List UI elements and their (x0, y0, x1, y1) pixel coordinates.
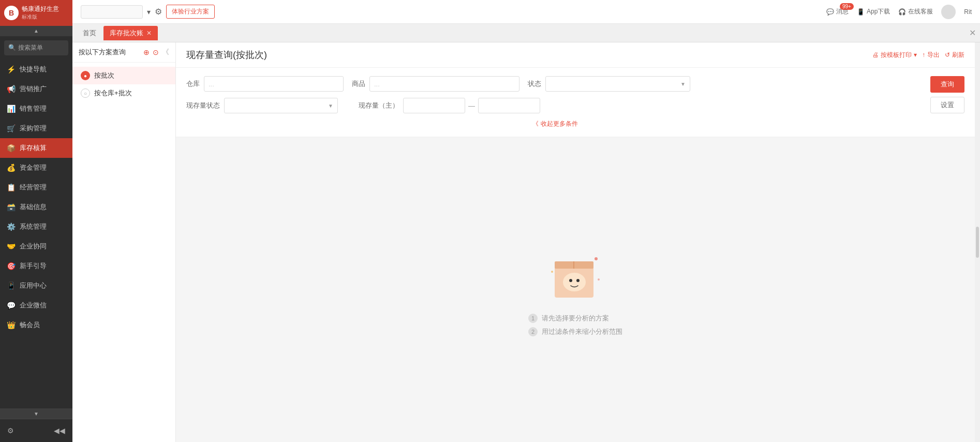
print-button[interactable]: 🖨 按模板打印 ▾ (872, 51, 917, 60)
message-icon: 💬 (826, 8, 834, 16)
export-icon: ↑ (922, 51, 925, 58)
sidebar-item-sales[interactable]: 📊 销售管理 (0, 99, 72, 119)
left-panel-header: 按以下方案查询 ⊕ ⊙ 《 (72, 42, 175, 63)
svg-point-8 (598, 278, 600, 281)
sidebar-item-marketing[interactable]: 📢 营销推广 (0, 79, 72, 99)
set-button[interactable]: 设置 (930, 97, 964, 113)
warehouse-input[interactable]: ... (204, 76, 344, 92)
stock-qty-min-input[interactable] (403, 98, 465, 113)
svg-point-6 (595, 257, 598, 260)
sidebar-item-label: 经营管理 (20, 183, 47, 192)
app-logo: B (4, 6, 19, 20)
export-button[interactable]: ↑ 导出 (922, 51, 940, 60)
add-scheme-button[interactable]: ⊕ (143, 48, 150, 56)
warehouse-filter: 仓库 ... (186, 76, 344, 92)
sidebar-item-operations[interactable]: 📋 经营管理 (0, 178, 72, 197)
tab-home[interactable]: 首页 (77, 26, 102, 40)
query-button[interactable]: 查询 (930, 76, 964, 93)
sidebar-nav: ⚡ 快捷导航 📢 营销推广 📊 销售管理 🛒 采购管理 📦 库存核算 💰 资金管… (0, 60, 72, 408)
sidebar-item-appstore[interactable]: 📱 应用中心 (0, 276, 72, 296)
filter-row-1: 仓库 ... 商品 ... (186, 76, 924, 92)
user-avatar[interactable] (941, 5, 956, 19)
message-badge: 99+ (840, 3, 854, 10)
panel-close-button[interactable]: ✕ (969, 28, 976, 38)
sidebar-item-label: 系统管理 (20, 222, 47, 231)
sidebar-item-purchase[interactable]: 🛒 采购管理 (0, 119, 72, 138)
sidebar-item-label: 新手引导 (20, 261, 47, 271)
search-menu-button[interactable]: 🔍 搜索菜单 (4, 40, 68, 55)
collapse-sidebar-button[interactable]: ◀◀ (52, 424, 67, 437)
scrollbar-thumb (976, 227, 979, 258)
topbar-dropdown-button[interactable]: ▾ (147, 8, 151, 16)
step-2-num: 2 (528, 327, 538, 336)
action-buttons: 查询 设置 (930, 76, 964, 113)
stock-qty-max-input[interactable] (478, 98, 540, 113)
tab-batch[interactable]: 库存批次账 ✕ (103, 26, 158, 40)
service-label: 在线客服 (908, 7, 933, 16)
settings-button[interactable]: ⚙ (5, 424, 16, 437)
step-1-num: 1 (528, 314, 538, 323)
collapse-left-button[interactable]: 《 (162, 48, 169, 57)
status-dropdown[interactable]: ▼ (545, 76, 690, 92)
username-label[interactable]: Rit (964, 8, 972, 16)
operations-icon: 📋 (6, 183, 16, 192)
collapse-more-button[interactable]: 《 收起更多条件 (532, 120, 578, 128)
stock-status-select[interactable]: ▼ (224, 98, 338, 113)
stock-status-chevron-icon: ▼ (328, 103, 333, 109)
topbar-search-input[interactable] (81, 5, 143, 19)
left-panel-title: 按以下方案查询 (79, 48, 126, 57)
scheme-settings-button[interactable]: ⊙ (153, 48, 159, 56)
sidebar: B 畅康通好生意 标准版 ▲ 🔍 搜索菜单 ⚡ 快捷导航 📢 营销推广 📊 销售… (0, 0, 72, 442)
warehouse-label: 仓库 (186, 79, 200, 89)
app-download-button[interactable]: 📱 App下载 (857, 7, 890, 16)
message-button[interactable]: 💬 消息 99+ (826, 7, 849, 16)
sidebar-item-quick[interactable]: ⚡ 快捷导航 (0, 60, 72, 79)
topbar-right: 💬 消息 99+ 📱 App下载 🎧 在线客服 Rit (826, 5, 972, 19)
empty-text: 1 请先选择要分析的方案 2 用过滤条件来缩小分析范围 (528, 314, 622, 336)
topbar-gear-button[interactable]: ⚙ (155, 7, 162, 17)
print-dropdown-icon: ▾ (914, 51, 917, 58)
sidebar-item-inventory[interactable]: 📦 库存核算 (0, 138, 72, 158)
product-filter: 商品 ... (352, 76, 519, 92)
product-input[interactable]: ... (369, 76, 519, 92)
stock-qty-filter: 现存量（主） — (359, 98, 540, 113)
enterprise-icon: 🤝 (6, 242, 16, 251)
scheme-item-batch[interactable]: ● 按批次 (72, 67, 175, 84)
experience-button[interactable]: 体验行业方案 (166, 5, 215, 19)
sidebar-item-enterprise[interactable]: 🤝 企业协同 (0, 237, 72, 256)
appstore-icon: 📱 (6, 281, 16, 290)
sidebar-item-label: 应用中心 (20, 281, 47, 290)
sidebar-item-newbie[interactable]: 🎯 新手引导 (0, 256, 72, 276)
quick-icon: ⚡ (6, 65, 16, 74)
scheme-item-warehouse-batch[interactable]: ○ 按仓库+批次 (72, 84, 175, 102)
sidebar-item-finance[interactable]: 💰 资金管理 (0, 158, 72, 178)
scroll-down[interactable]: ▼ (0, 408, 72, 419)
content-area: 按以下方案查询 ⊕ ⊙ 《 ● 按批次 ○ 按仓库+批次 (72, 42, 980, 442)
product-label: 商品 (352, 79, 365, 89)
empty-step-2: 2 用过滤条件来缩小分析范围 (528, 327, 622, 336)
sidebar-item-member[interactable]: 👑 畅会员 (0, 315, 72, 335)
right-panel: 现存量查询(按批次) 🖨 按模板打印 ▾ ↑ 导出 ↺ 刷新 (176, 42, 975, 442)
stock-qty-range: — (403, 98, 540, 113)
chevron-up-icon: 《 (532, 120, 539, 128)
refresh-button[interactable]: ↺ 刷新 (945, 51, 964, 60)
newbie-icon: 🎯 (6, 261, 16, 271)
main-area: ▾ ⚙ 体验行业方案 💬 消息 99+ 📱 App下载 🎧 在线客服 Rit (72, 0, 980, 442)
sidebar-item-wechat[interactable]: 💬 企业微信 (0, 296, 72, 315)
status-filter: 状态 ▼ (528, 76, 690, 92)
tab-close-button[interactable]: ✕ (146, 30, 152, 37)
online-service-button[interactable]: 🎧 在线客服 (898, 7, 933, 16)
stock-qty-label: 现存量（主） (359, 101, 399, 110)
collapse-area: 《 收起更多条件 (186, 120, 924, 128)
filter-area: 仓库 ... 商品 ... (176, 68, 975, 137)
right-scrollbar[interactable] (975, 42, 980, 442)
sidebar-item-label: 销售管理 (20, 104, 47, 113)
sidebar-item-basic[interactable]: 🗃️ 基础信息 (0, 197, 72, 217)
wechat-icon: 💬 (6, 301, 16, 310)
step-2-text: 用过滤条件来缩小分析范围 (542, 327, 622, 336)
scroll-up[interactable]: ▲ (0, 26, 72, 36)
sidebar-item-label: 库存核算 (20, 143, 47, 153)
sidebar-item-system[interactable]: ⚙️ 系统管理 (0, 217, 72, 237)
status-chevron-icon: ▼ (680, 81, 686, 87)
sidebar-item-label: 快捷导航 (20, 65, 47, 74)
